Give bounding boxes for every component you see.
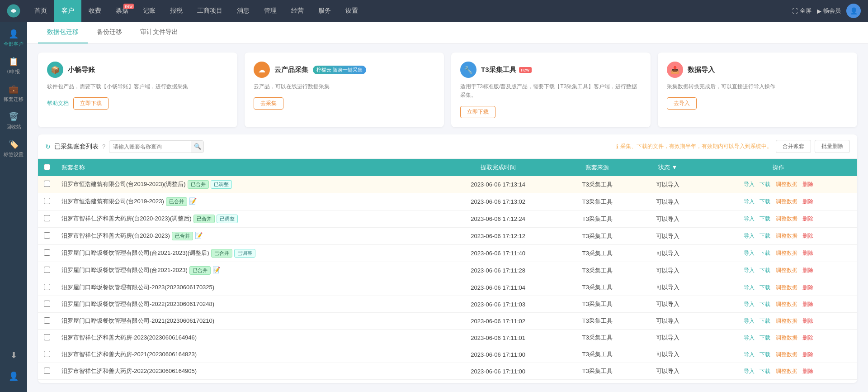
delete-btn[interactable]: 删除 xyxy=(802,250,813,256)
import-btn[interactable]: 导入 xyxy=(744,267,755,273)
download-btn[interactable]: 下载 xyxy=(760,351,770,358)
row-checkbox[interactable] xyxy=(44,232,50,239)
avatar[interactable]: 👤 xyxy=(846,4,861,18)
download-btn[interactable]: 下载 xyxy=(760,198,770,205)
delete-btn[interactable]: 删除 xyxy=(802,335,813,341)
tab-backup-migration[interactable]: 备份迁移 xyxy=(88,22,131,43)
go-import-btn[interactable]: 去导入 xyxy=(667,97,697,110)
nav-customer[interactable]: 客户 xyxy=(54,0,81,22)
adjust-data-btn[interactable]: 调整数据 xyxy=(776,368,797,374)
delete-btn[interactable]: 删除 xyxy=(802,198,813,205)
adjust-data-btn[interactable]: 调整数据 xyxy=(776,250,797,256)
nav-tax[interactable]: 报税 xyxy=(163,0,190,22)
adjust-data-btn[interactable]: 调整数据 xyxy=(776,284,797,291)
row-checkbox[interactable] xyxy=(44,351,50,357)
download-btn[interactable]: 下载 xyxy=(760,284,770,291)
import-btn[interactable]: 导入 xyxy=(744,233,755,239)
row-edit-icon[interactable]: 📝 xyxy=(195,232,203,239)
download-btn[interactable]: 下载 xyxy=(760,267,770,273)
import-btn[interactable]: 导入 xyxy=(744,351,755,358)
delete-btn[interactable]: 删除 xyxy=(802,318,813,324)
nav-operation[interactable]: 经营 xyxy=(284,0,311,22)
download-btn[interactable]: 下载 xyxy=(760,318,770,324)
row-edit-icon[interactable]: 📝 xyxy=(212,266,220,273)
search-input[interactable] xyxy=(109,143,191,150)
row-checkbox[interactable] xyxy=(44,249,50,256)
row-checkbox[interactable] xyxy=(44,334,50,340)
import-btn[interactable]: 导入 xyxy=(744,250,755,256)
search-button[interactable]: 🔍 xyxy=(191,140,203,153)
delete-btn[interactable]: 删除 xyxy=(802,284,813,291)
import-btn[interactable]: 导入 xyxy=(744,335,755,341)
select-all-checkbox[interactable] xyxy=(44,164,50,170)
download-btn[interactable]: 下载 xyxy=(760,301,770,307)
sidebar-item-tag-settings[interactable]: 🏷️ 标签设置 xyxy=(2,136,25,162)
row-checkbox[interactable] xyxy=(44,215,50,221)
download-btn[interactable]: 下载 xyxy=(760,368,770,374)
t3-download-btn[interactable]: 立即下载 xyxy=(460,106,495,118)
row-checkbox[interactable] xyxy=(44,317,50,324)
member-btn[interactable]: ▶ 畅会员 xyxy=(817,7,841,15)
adjust-data-btn[interactable]: 调整数据 xyxy=(776,335,797,341)
import-btn[interactable]: 导入 xyxy=(744,198,755,205)
nav-home[interactable]: 首页 xyxy=(27,0,54,22)
refresh-icon[interactable]: ↻ xyxy=(45,143,51,150)
batch-delete-btn[interactable]: 批量删除 xyxy=(815,140,850,153)
tab-audit-export[interactable]: 审计文件导出 xyxy=(131,22,187,43)
download-btn[interactable]: 下载 xyxy=(760,250,770,256)
adjust-data-btn[interactable]: 调整数据 xyxy=(776,198,797,205)
import-btn[interactable]: 导入 xyxy=(744,181,755,187)
nav-message[interactable]: 消息 xyxy=(230,0,257,22)
nav-manage[interactable]: 管理 xyxy=(257,0,284,22)
delete-btn[interactable]: 删除 xyxy=(802,351,813,358)
go-collect-btn[interactable]: 去采集 xyxy=(254,97,283,110)
delete-btn[interactable]: 删除 xyxy=(802,368,813,374)
import-btn[interactable]: 导入 xyxy=(744,215,755,222)
delete-btn[interactable]: 删除 xyxy=(802,301,813,307)
merge-accounts-btn[interactable]: 合并账套 xyxy=(776,140,811,153)
download-now-btn[interactable]: 立即下载 xyxy=(73,97,108,110)
delete-btn[interactable]: 删除 xyxy=(802,215,813,222)
row-edit-icon[interactable]: 📝 xyxy=(189,197,197,205)
download-btn[interactable]: 下载 xyxy=(760,233,770,239)
delete-btn[interactable]: 删除 xyxy=(802,267,813,273)
sidebar-item-zero-report[interactable]: 📋 0申报 xyxy=(2,53,25,79)
download-btn[interactable]: 下载 xyxy=(760,215,770,222)
tab-data-migration[interactable]: 数据包迁移 xyxy=(38,22,88,43)
logo[interactable] xyxy=(0,0,27,22)
import-btn[interactable]: 导入 xyxy=(744,368,755,374)
import-btn[interactable]: 导入 xyxy=(744,301,755,307)
adjust-data-btn[interactable]: 调整数据 xyxy=(776,318,797,324)
nav-service[interactable]: 服务 xyxy=(311,0,338,22)
nav-fee[interactable]: 收费 xyxy=(81,0,108,22)
adjust-data-btn[interactable]: 调整数据 xyxy=(776,301,797,307)
nav-business[interactable]: 工商项目 xyxy=(190,0,230,22)
fullscreen-btn[interactable]: ⛶ 全屏 xyxy=(792,7,811,15)
sidebar-item-migration[interactable]: 💼 账套迁移 xyxy=(2,81,25,106)
adjust-data-btn[interactable]: 调整数据 xyxy=(776,215,797,222)
help-doc-link[interactable]: 帮助文档 xyxy=(47,100,69,107)
download-btn[interactable]: 下载 xyxy=(760,181,770,187)
adjust-data-btn[interactable]: 调整数据 xyxy=(776,267,797,273)
sidebar-item-recycle[interactable]: 🗑️ 回收站 xyxy=(2,108,25,134)
nav-settings[interactable]: 设置 xyxy=(338,0,365,22)
download-btn[interactable]: 下载 xyxy=(760,335,770,341)
nav-invoice[interactable]: 票据new xyxy=(108,0,136,22)
delete-btn[interactable]: 删除 xyxy=(802,181,813,187)
sidebar-item-download[interactable]: ⬇ xyxy=(2,347,25,364)
row-checkbox[interactable] xyxy=(44,198,50,204)
row-checkbox[interactable] xyxy=(44,181,50,187)
row-checkbox[interactable] xyxy=(44,284,50,290)
adjust-data-btn[interactable]: 调整数据 xyxy=(776,233,797,239)
row-checkbox[interactable] xyxy=(44,301,50,307)
import-btn[interactable]: 导入 xyxy=(744,318,755,324)
row-checkbox[interactable] xyxy=(44,368,50,374)
sidebar-item-all-customers[interactable]: 👤 全部客户 xyxy=(2,25,25,51)
help-icon[interactable]: ? xyxy=(102,143,105,150)
row-checkbox[interactable] xyxy=(44,267,50,273)
nav-accounting[interactable]: 记账 xyxy=(136,0,163,22)
adjust-data-btn[interactable]: 调整数据 xyxy=(776,351,797,358)
adjust-data-btn[interactable]: 调整数据 xyxy=(776,181,797,187)
delete-btn[interactable]: 删除 xyxy=(802,233,813,239)
import-btn[interactable]: 导入 xyxy=(744,284,755,291)
